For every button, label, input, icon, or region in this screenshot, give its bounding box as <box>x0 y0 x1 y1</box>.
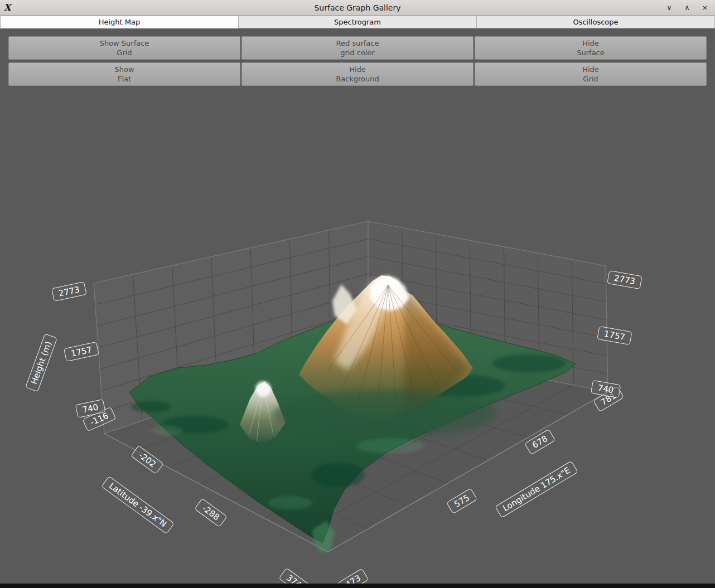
button-label: Grid <box>475 74 706 84</box>
button-label: Show Surface <box>9 38 240 48</box>
button-label: Hide <box>475 65 706 74</box>
button-label: Red surface <box>242 38 473 48</box>
window-title: Surface Graph Gallery <box>0 3 715 12</box>
close-icon[interactable]: × <box>700 0 709 16</box>
button-label: Hide <box>475 38 706 48</box>
red-surface-grid-color-button[interactable]: Red surface grid color <box>241 36 474 60</box>
button-label: Surface <box>475 48 706 57</box>
button-label: Grid <box>9 48 240 57</box>
surface-plot-canvas[interactable] <box>0 28 715 584</box>
button-label: Flat <box>9 74 240 84</box>
tab-spectrogram[interactable]: Spectrogram <box>239 16 477 28</box>
show-surface-grid-button[interactable]: Show Surface Grid <box>8 36 240 60</box>
button-label: Show <box>9 65 240 74</box>
show-flat-button[interactable]: Show Flat <box>8 62 240 86</box>
app-icon: X <box>4 2 11 13</box>
button-label: Hide <box>242 65 473 74</box>
content-area: Show Surface Grid Red surface grid color… <box>0 28 715 584</box>
chevron-up-icon[interactable]: ∧ <box>683 0 692 16</box>
tabbar: Height Map Spectrogram Oscilloscope <box>0 16 715 28</box>
tab-oscilloscope[interactable]: Oscilloscope <box>477 16 715 28</box>
chevron-down-icon[interactable]: ∨ <box>665 0 674 16</box>
window-bottom-edge <box>0 584 715 588</box>
tab-height-map[interactable]: Height Map <box>0 16 239 28</box>
window-controls: ∨ ∧ × <box>665 0 709 16</box>
titlebar: X Surface Graph Gallery ∨ ∧ × <box>0 0 715 16</box>
hide-background-button[interactable]: Hide Background <box>241 62 474 86</box>
button-label: grid color <box>242 48 473 57</box>
hide-grid-button[interactable]: Hide Grid <box>475 62 707 86</box>
toolbar: Show Surface Grid Red surface grid color… <box>8 36 707 86</box>
hide-surface-button[interactable]: Hide Surface <box>475 36 707 60</box>
button-label: Background <box>242 74 473 84</box>
